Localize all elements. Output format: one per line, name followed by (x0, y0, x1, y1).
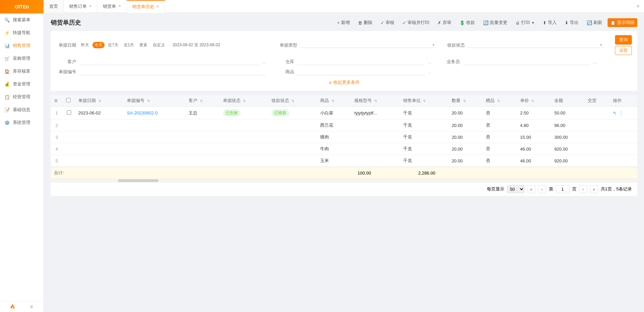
audit-print-icon: ✓ (402, 20, 406, 25)
export-button[interactable]: ⬇ 导出 (562, 18, 581, 27)
salesperson-dots[interactable]: ... (593, 59, 597, 64)
salesperson-input[interactable] (463, 58, 591, 65)
col-sales-unit[interactable]: 销售单位 ⇅ (400, 95, 448, 107)
page-label: 页 (572, 186, 577, 192)
horizontal-scrollbar[interactable] (51, 179, 637, 182)
first-page-btn[interactable]: « (527, 185, 535, 193)
tab-sales-order[interactable]: 销售订单 ✕ (64, 0, 97, 13)
sidebar-item-search-menu[interactable]: 🔍 搜索菜单 (0, 14, 44, 26)
cell-customer (185, 131, 219, 143)
settings-button[interactable]: 设置 (615, 46, 632, 55)
sidebar-item-basic-info[interactable]: 📝 基础信息 (0, 103, 44, 116)
tab-sales-history[interactable]: 销货单历史 ✕ (127, 0, 165, 13)
delete-icon: 🗑 (358, 20, 362, 25)
warehouse-dots[interactable]: ... (428, 59, 431, 64)
more-btn[interactable]: ⋮ (619, 111, 623, 115)
date-more[interactable]: 更多 (137, 42, 149, 48)
col-customer[interactable]: 客户 ⇅ (185, 95, 219, 107)
filter-row-3: 单据编号 商品 ... (56, 69, 632, 75)
collect-status-select[interactable]: ▼ (468, 43, 604, 48)
col-qty[interactable]: 数量 ⇅ (448, 95, 482, 107)
page-number-input[interactable] (556, 185, 569, 193)
date-7days[interactable]: 近7天 (106, 42, 120, 48)
batch-change-button[interactable]: 🔄 批量变更 (480, 18, 510, 27)
col-unit-price[interactable]: 单价 ⇅ (517, 95, 551, 107)
last-page-btn[interactable]: » (590, 185, 598, 193)
cell-goods: 小白菜 (317, 107, 351, 120)
tab-sales-order-close[interactable]: ✕ (89, 4, 92, 8)
doc-type-label: 单据类型 (277, 42, 297, 48)
per-page-select[interactable]: 50 100 200 (507, 185, 525, 193)
tab-sales-delivery[interactable]: 销货单 ✕ (97, 0, 127, 13)
next-page-btn[interactable]: › (579, 185, 587, 193)
col-spec-type[interactable]: 规格型号 ⇅ (351, 95, 399, 107)
col-settings[interactable]: ⚙ (51, 95, 63, 107)
sidebar-bottom-left-icon[interactable]: 🔥 (10, 304, 15, 309)
edit-btn[interactable]: ✎ (613, 111, 616, 115)
import-button[interactable]: ⬆ 导入 (540, 18, 559, 27)
doc-number-input[interactable] (79, 69, 266, 75)
sidebar-item-sales-mgmt[interactable]: 📊 销售管理 (0, 39, 44, 52)
sidebar-item-sys-mgmt[interactable]: ⚙️ 系统管理 (0, 116, 44, 129)
audit-print-button[interactable]: ✓ 审核并打印 (400, 18, 432, 27)
sidebar-item-label: 搜索菜单 (13, 17, 30, 23)
sidebar-bottom-right-icon[interactable]: ⏸ (29, 304, 34, 309)
date-custom[interactable]: 自定义 (151, 42, 167, 48)
goods-dots[interactable]: ... (428, 70, 431, 75)
print-button[interactable]: 🖨 打印 ▼ (513, 18, 537, 27)
col-goods-sort: ⇅ (332, 99, 334, 103)
refresh-button[interactable]: 🔃 刷新 (584, 18, 605, 27)
collect-button[interactable]: 💲 收款 (457, 18, 478, 27)
col-doc-date[interactable]: 单据日期 ⇅ (75, 95, 123, 107)
new-button[interactable]: + 新增 (335, 18, 353, 27)
col-goods[interactable]: 商品 ⇅ (317, 95, 351, 107)
table-settings-icon[interactable]: ⚙ (54, 98, 58, 103)
cell-gift: 否 (482, 120, 516, 131)
total-info: 共1页，5条记录 (601, 186, 632, 192)
audit-button[interactable]: ✓ 审核 (378, 18, 397, 27)
delete-button[interactable]: 🗑 删除 (355, 18, 375, 27)
query-button[interactable]: 查询 (615, 35, 632, 45)
refresh-label: 刷新 (593, 20, 602, 26)
customer-input[interactable] (79, 58, 259, 65)
abandon-button[interactable]: ✗ 弃审 (435, 18, 454, 27)
close-all-tabs[interactable]: ✕ (636, 4, 644, 9)
cell-index: 1 (51, 107, 63, 120)
sidebar-item-quick-nav[interactable]: ⚡ 快捷导航 (0, 26, 44, 39)
col-doc-no[interactable]: 单据编号 ⇅ (123, 95, 185, 107)
doc-no-link[interactable]: SA-20230602-0 (127, 110, 158, 115)
tab-sales-history-close[interactable]: ✕ (156, 4, 159, 9)
sidebar-item-inventory[interactable]: 🏠 库存核算 (0, 65, 44, 78)
col-amount: 金额 (551, 95, 584, 107)
select-all-checkbox[interactable] (66, 98, 71, 102)
col-doc-status[interactable]: 单据状态 ⇅ (220, 95, 268, 107)
doc-type-select[interactable]: ▼ (300, 43, 437, 48)
date-yesterday[interactable]: 昨天 (79, 42, 91, 48)
tab-sales-delivery-close[interactable]: ✕ (118, 4, 121, 8)
sidebar-item-purchase-mgmt[interactable]: 🛒 采购管理 (0, 52, 44, 65)
collapse-button[interactable]: ∧ 收起更多条件 (327, 78, 361, 87)
tab-bar: 首页 销售订单 ✕ 销货单 ✕ 销货单历史 ✕ ✕ (44, 0, 644, 13)
cell-amount: 920.00 (551, 143, 584, 155)
sidebar: OfTEn 🔍 搜索菜单 ⚡ 快捷导航 📊 销售管理 🛒 采购管理 🏠 库存核算… (0, 0, 44, 312)
cell-amount: 920.00 (551, 155, 584, 167)
table-row: 1 2023-06-02 SA-20230602-0 王总 已生效 已收款 小白… (51, 107, 637, 120)
table-footer: 合计: 100.00 2,286.00 (51, 167, 637, 179)
table-body: 1 2023-06-02 SA-20230602-0 王总 已生效 已收款 小白… (51, 107, 637, 167)
warehouse-input[interactable] (297, 58, 425, 65)
filter-salesperson: 业务员 ... (440, 58, 597, 65)
sidebar-item-finance[interactable]: 💰 资金管理 (0, 78, 44, 90)
cell-doc-date: 2023-06-02 (75, 107, 123, 120)
col-pay-status[interactable]: 收款状态 ⇅ (268, 95, 317, 107)
goods-input[interactable] (297, 69, 425, 75)
date-1month[interactable]: 近1月 (122, 42, 136, 48)
show-details-button[interactable]: 📋 显示明细 (608, 18, 637, 27)
customer-dots[interactable]: ... (262, 59, 266, 64)
prev-page-btn[interactable]: ‹ (538, 185, 546, 193)
sidebar-item-ops-mgmt[interactable]: 📋 经营管理 (0, 90, 44, 103)
tab-home[interactable]: 首页 (44, 0, 64, 13)
date-today[interactable]: 今天 (92, 42, 105, 48)
col-gift[interactable]: 赠品 ⇅ (482, 95, 516, 107)
scrollbar-thumb[interactable] (118, 179, 159, 182)
row-checkbox[interactable] (67, 110, 71, 115)
